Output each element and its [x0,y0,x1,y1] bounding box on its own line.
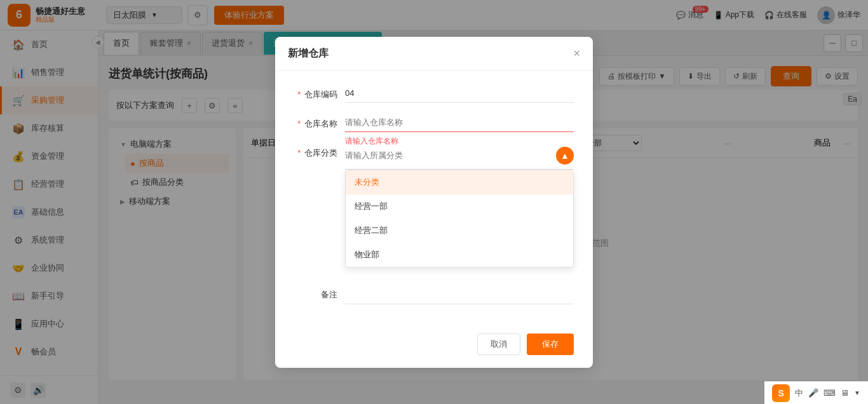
category-input[interactable] [345,151,556,160]
warehouse-code-label: * 仓库编码 [294,84,345,100]
save-button[interactable]: 保存 [527,333,574,355]
modal-overlay: 新增仓库 × * 仓库编码 * 仓库名称 [0,0,868,404]
category-dropdown-list: 未分类 经营一部 经营二部 物业部 [345,170,574,267]
remark-label: 备注 [294,284,345,300]
cancel-button[interactable]: 取消 [477,333,520,355]
warehouse-name-label: * 仓库名称 [294,113,345,130]
modal-header: 新增仓库 × [275,37,593,71]
required-star-name: * [297,119,301,128]
bottom-keyboard-icon: ⌨ [824,388,836,398]
remark-input[interactable] [345,284,574,304]
modal-body: * 仓库编码 * 仓库名称 请输入仓库名称 * [275,71,593,327]
warehouse-code-input[interactable] [345,84,574,103]
dropdown-toggle-button[interactable]: ▲ [556,147,574,165]
required-star-code: * [297,90,301,99]
dropdown-option-dept2[interactable]: 经营二部 [346,219,573,243]
dropdown-option-property[interactable]: 物业部 [346,243,573,267]
category-field-wrapper: ▲ 未分类 经营一部 经营二部 物业部 [345,142,574,170]
warehouse-name-row: * 仓库名称 请输入仓库名称 [294,113,574,132]
bottom-monitor-icon: 🖥 [841,388,849,398]
dropdown-option-dept1[interactable]: 经营一部 [346,194,573,219]
remark-row: 备注 [294,284,574,304]
warehouse-name-input[interactable] [345,113,574,132]
add-warehouse-modal: 新增仓库 × * 仓库编码 * 仓库名称 [275,37,593,368]
bottom-zh-icon: 中 [795,387,803,399]
modal-footer: 取消 保存 [275,327,593,355]
warehouse-category-row: * 仓库分类 ▲ 未分类 经营一部 经营二部 物业部 [294,142,574,170]
warehouse-code-row: * 仓库编码 [294,84,574,103]
modal-title: 新增仓库 [288,47,329,60]
bottom-bar: S 中 🎤 ⌨ 🖥 ▼ [764,381,868,404]
dropdown-option-uncategorized[interactable]: 未分类 [346,170,573,194]
s-logo: S [772,384,790,402]
modal-close-button[interactable]: × [573,48,580,59]
bottom-arrow-icon: ▼ [854,389,860,396]
category-dropdown-trigger[interactable]: ▲ [345,142,574,170]
warehouse-category-label: * 仓库分类 [294,142,345,159]
required-star-category: * [297,148,301,158]
bottom-mic-icon: 🎤 [808,388,818,398]
